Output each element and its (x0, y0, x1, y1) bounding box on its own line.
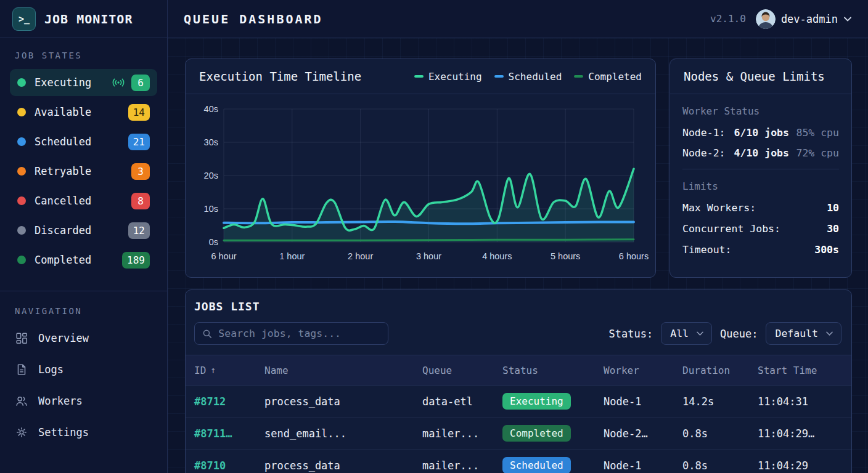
status-filter-select[interactable]: All (661, 322, 712, 345)
table-row[interactable]: #8711… send_email... mailer... Completed… (186, 418, 851, 450)
svg-text:2 hour: 2 hour (348, 251, 373, 261)
status-badge: Scheduled (502, 457, 571, 473)
scheduled-line-swatch (494, 75, 504, 78)
job-duration: 0.8s (682, 427, 758, 440)
sidebar-item-completed[interactable]: Completed 189 (10, 246, 157, 273)
app-root: >_ JOB MONITOR JOB STATES Executing 6 (0, 0, 868, 473)
svg-text:3 hour: 3 hour (416, 251, 441, 261)
concurrent-jobs-row: Concurrent Jobs: 30 (682, 223, 839, 235)
job-id-link[interactable]: #8712 (194, 395, 264, 408)
job-name: send_email... (264, 427, 422, 440)
queue-filter-label: Queue: (720, 328, 758, 340)
column-queue[interactable]: Queue (422, 365, 502, 376)
navigation-heading: NAVIGATION (15, 306, 157, 316)
count-badge: 3 (131, 163, 150, 180)
search-box (194, 322, 388, 345)
nav-label: Settings (38, 426, 89, 439)
users-icon (15, 394, 28, 408)
cancelled-dot (17, 196, 26, 205)
divider (682, 169, 839, 169)
job-start-time: 11:04:31 (758, 395, 851, 408)
app-title: JOB MONITOR (44, 12, 133, 26)
search-input[interactable] (218, 328, 380, 339)
nav-label: Workers (38, 395, 83, 407)
job-id-link[interactable]: #8711… (194, 427, 264, 440)
limits-heading: Limits (682, 180, 839, 192)
svg-text:1 hour: 1 hour (279, 251, 305, 261)
column-status[interactable]: Status (502, 365, 604, 376)
job-name: process_data (264, 395, 422, 408)
sidebar: >_ JOB MONITOR JOB STATES Executing 6 (0, 0, 168, 473)
job-name: process_data (264, 459, 422, 472)
node-2-row: Node-2: 4/10 jobs 72% cpu (682, 147, 839, 159)
svg-text:30s: 30s (204, 137, 218, 147)
queue-filter-select[interactable]: Default (766, 322, 841, 345)
topbar: QUEUE DASHBOARD v2.1.0 (168, 0, 868, 38)
scheduled-dot (17, 137, 26, 146)
executing-line-swatch (414, 75, 424, 78)
job-states-heading: JOB STATES (15, 51, 157, 60)
chevron-down-icon (696, 331, 704, 336)
jobs-list-title: JOBS LIST (194, 300, 841, 313)
chevron-down-icon (843, 16, 852, 22)
jobs-panel: JOBS LIST Status: All (185, 289, 852, 473)
svg-text:6 hours: 6 hours (619, 251, 649, 261)
job-worker: Node-1 (604, 459, 682, 472)
job-duration: 0.8s (682, 459, 758, 472)
available-dot (17, 108, 26, 116)
username: dev-admin (781, 13, 838, 25)
status-filter-label: Status: (609, 328, 653, 340)
table-row[interactable]: #8710 process_data mailer... Scheduled N… (186, 450, 851, 473)
document-icon (15, 363, 28, 376)
sidebar-item-overview[interactable]: Overview (10, 325, 157, 352)
sidebar-item-logs[interactable]: Logs (10, 356, 157, 383)
user-menu[interactable]: dev-admin (756, 9, 852, 29)
job-states-section: JOB STATES Executing 6 (0, 38, 167, 282)
column-id[interactable]: ID ↑ (194, 365, 264, 376)
timeline-title: Execution Time Timeline (199, 70, 361, 83)
job-queue: mailer... (422, 459, 502, 472)
status-badge: Completed (502, 425, 571, 442)
sidebar-item-settings[interactable]: Settings (10, 419, 157, 446)
sidebar-item-workers[interactable]: Workers (10, 387, 157, 414)
column-start-time[interactable]: Start Time (758, 365, 851, 376)
legend-completed[interactable]: Completed (574, 71, 642, 83)
table-row[interactable]: #8712 process_data data-etl Executing No… (186, 386, 851, 418)
nodes-panel-title: Nodes & Queue Limits (684, 70, 825, 83)
column-duration[interactable]: Duration (682, 365, 758, 376)
job-queue: data-etl (422, 395, 502, 408)
state-label: Discarded (35, 224, 91, 236)
sidebar-item-available[interactable]: Available 14 (10, 99, 157, 126)
state-label: Retryable (35, 165, 91, 177)
nav-label: Overview (38, 332, 89, 344)
dashboard-content: Execution Time Timeline Executing Schedu… (168, 38, 868, 473)
timeline-chart: 0s10s20s30s40s6 hour1 hour2 hour3 hour4 … (199, 99, 642, 265)
legend-scheduled[interactable]: Scheduled (494, 71, 562, 83)
executing-dot (17, 78, 26, 87)
chevron-down-icon (825, 331, 833, 336)
svg-text:10s: 10s (204, 204, 218, 214)
count-badge: 189 (122, 252, 150, 269)
svg-text:0s: 0s (209, 237, 218, 247)
live-signal-icon (111, 77, 126, 88)
count-badge: 6 (131, 75, 150, 91)
gear-icon (15, 426, 28, 439)
count-badge: 8 (131, 193, 150, 209)
job-start-time: 11:04:29… (758, 427, 851, 440)
column-name[interactable]: Name (264, 365, 422, 376)
sidebar-item-scheduled[interactable]: Scheduled 21 (10, 128, 157, 155)
svg-text:20s: 20s (204, 171, 218, 180)
sidebar-item-cancelled[interactable]: Cancelled 8 (10, 187, 157, 214)
state-label: Scheduled (35, 135, 91, 148)
completed-dot (17, 256, 26, 264)
job-id-link[interactable]: #8710 (194, 459, 264, 472)
sidebar-item-executing[interactable]: Executing 6 (10, 69, 157, 96)
sidebar-item-discarded[interactable]: Discarded 12 (10, 217, 157, 244)
svg-text:6 hour: 6 hour (211, 251, 236, 261)
max-workers-row: Max Workers: 10 (682, 202, 839, 214)
sidebar-item-retryable[interactable]: Retryable 3 (10, 158, 157, 185)
navigation-section: NAVIGATION Overview Logs (0, 291, 167, 456)
column-worker[interactable]: Worker (604, 365, 682, 376)
state-label: Available (35, 106, 91, 118)
legend-executing[interactable]: Executing (414, 71, 482, 83)
